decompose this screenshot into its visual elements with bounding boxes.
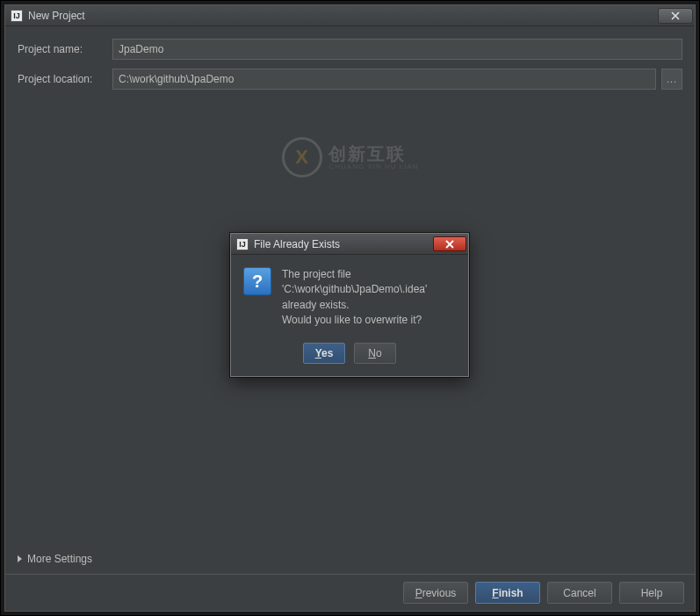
app-icon: IJ (11, 10, 23, 22)
dialog-body: ? The project file 'C:\work\github\JpaDe… (231, 255, 468, 334)
project-name-row: Project name: (18, 39, 682, 60)
file-exists-dialog: IJ File Already Exists ? The project fil… (230, 233, 469, 377)
project-location-input[interactable] (112, 69, 656, 90)
dialog-line-3: already exists. (282, 298, 427, 313)
window-close-button[interactable] (658, 8, 693, 24)
dialog-titlebar: IJ File Already Exists (231, 234, 468, 255)
project-name-label: Project name: (18, 43, 112, 55)
cancel-button[interactable]: Cancel (547, 582, 612, 604)
watermark-text: 创新互联 CHUANG XIN HU LIAN (328, 144, 418, 171)
help-button[interactable]: Help (619, 582, 684, 604)
dialog-close-button[interactable] (433, 236, 466, 251)
dialog-buttons: Yes No (231, 334, 468, 376)
watermark-circle-icon: X (281, 137, 321, 178)
close-icon (444, 240, 455, 249)
watermark: X 创新互联 CHUANG XIN HU LIAN (281, 137, 418, 178)
window-title: New Project (28, 10, 658, 22)
dialog-app-icon: IJ (236, 238, 249, 250)
window-titlebar: IJ New Project (5, 5, 695, 26)
more-settings-toggle[interactable]: More Settings (18, 547, 682, 574)
browse-button[interactable]: ... (661, 69, 682, 90)
dialog-title: File Already Exists (254, 238, 433, 250)
dialog-message: The project file 'C:\work\github\JpaDemo… (282, 267, 427, 329)
watermark-big-text: 创新互联 (328, 144, 418, 163)
watermark-small-text: CHUANG XIN HU LIAN (328, 163, 418, 171)
previous-button[interactable]: Previous (403, 582, 468, 604)
dialog-line-2: 'C:\work\github\JpaDemo\.idea' (282, 282, 427, 297)
finish-button[interactable]: Finish (475, 582, 540, 604)
project-location-label: Project location: (18, 73, 112, 85)
more-settings-label: More Settings (27, 553, 92, 565)
question-icon: ? (243, 267, 271, 295)
project-name-input[interactable] (112, 39, 682, 60)
window-footer: Previous Finish Cancel Help (5, 574, 695, 611)
expand-triangle-icon (18, 555, 22, 562)
yes-button[interactable]: Yes (303, 343, 345, 364)
close-icon (670, 11, 681, 20)
dialog-line-4: Would you like to overwrite it? (282, 313, 427, 328)
no-button[interactable]: No (354, 343, 396, 364)
project-location-row: Project location: ... (18, 69, 682, 90)
dialog-line-1: The project file (282, 267, 427, 282)
